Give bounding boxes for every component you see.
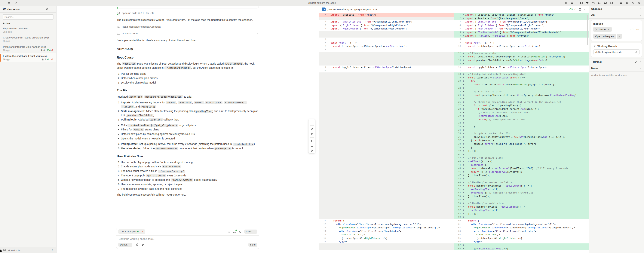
line-number: 8 xyxy=(319,48,327,52)
tool-call-terminal-tool[interactable]: npm run build 2>&1 | tail -80 xyxy=(117,11,259,15)
archive-icon[interactable] xyxy=(8,1,10,4)
pull-request-dropdown-button[interactable] xyxy=(616,34,622,39)
zen-mode-icon[interactable] xyxy=(578,8,581,11)
line-number xyxy=(319,128,327,132)
sign-out-icon[interactable] xyxy=(14,1,17,4)
workspace-item[interactable]: Install and integrate Vibe Kanban Web7h … xyxy=(0,44,56,53)
chevron-down-icon xyxy=(253,230,256,233)
terminal-icon[interactable] xyxy=(598,2,601,4)
working-branch-input[interactable]: vk/3ccf-explore-the-code xyxy=(593,49,640,55)
diff-marker xyxy=(327,52,330,55)
menu-icon[interactable] xyxy=(620,2,622,4)
code-text: } xyxy=(465,146,588,150)
todos-status-button[interactable] xyxy=(233,230,236,233)
git-graph-icon[interactable] xyxy=(592,2,595,4)
layers-icon[interactable] xyxy=(46,8,48,10)
view-archive-button[interactable]: View Archive 0 xyxy=(0,247,56,253)
pen-button[interactable] xyxy=(142,243,144,246)
add-workspace-button[interactable] xyxy=(50,8,53,10)
inline-code: loadPlans xyxy=(148,118,163,121)
megaphone-icon[interactable] xyxy=(626,2,628,4)
code-text xyxy=(330,181,454,184)
line-number: 12 xyxy=(319,222,327,226)
line-number: 54 xyxy=(454,198,462,202)
sun-icon[interactable] xyxy=(228,230,230,233)
tool-icon-wrap xyxy=(117,25,120,28)
diff-scrollbar[interactable] xyxy=(587,15,588,45)
panel-left-icon[interactable] xyxy=(580,2,583,4)
line-number: 42 xyxy=(454,156,462,160)
diff-marker xyxy=(327,90,330,94)
line-number: 7 xyxy=(319,44,327,48)
diff-line-new: 17 xyxy=(454,69,588,73)
diff-line-old xyxy=(319,111,454,114)
gear-icon[interactable] xyxy=(638,2,640,4)
diff-line-new: 16 const toggleSidebar = () => setSideba… xyxy=(454,66,588,69)
pause-icon[interactable] xyxy=(564,2,568,4)
copy-icon[interactable] xyxy=(310,132,313,135)
help-icon[interactable] xyxy=(632,2,634,4)
open-pull-request-button[interactable]: Open pull request xyxy=(593,34,616,39)
line-number: 58 xyxy=(454,212,462,216)
diff-line-new: 19+ const loadPlans = useCallback(async … xyxy=(454,76,588,80)
workspace-list: Explore the codebase35m agoCreate Good F… xyxy=(0,26,56,247)
panel-right-icon[interactable] xyxy=(610,2,613,4)
tool-call-read[interactable]: Read medusa/src/pages/Agent.tsx xyxy=(117,25,259,29)
more-options-button[interactable]: ⋯ xyxy=(636,28,640,31)
lines-added: +61 xyxy=(47,58,50,61)
workspace-item[interactable]: Explore the codebase35m ago xyxy=(0,26,56,35)
git-section-header[interactable]: Git xyxy=(589,12,644,18)
collapse-diff-chevron[interactable] xyxy=(583,8,586,11)
monitor-icon[interactable] xyxy=(604,2,607,4)
send-button[interactable]: Send xyxy=(248,243,257,247)
line-number: 35 xyxy=(454,132,462,135)
terminal-section-header[interactable]: Terminal xyxy=(589,58,644,65)
workspace-item[interactable]: Create Good First Issues on Github So p6… xyxy=(0,35,56,44)
code-text: if (!previousPlanIdsRef.current.has(plan… xyxy=(465,107,588,111)
workspaces-header: Workspaces xyxy=(0,6,56,12)
diff-added-count: +59 xyxy=(569,8,573,11)
branch-selector[interactable]: master xyxy=(593,27,612,32)
code-text: return ( xyxy=(330,219,454,222)
search-input[interactable] xyxy=(3,14,54,20)
expand-icon[interactable] xyxy=(635,60,637,63)
diff-marker: + xyxy=(462,153,465,156)
attach-button[interactable] xyxy=(135,243,138,246)
file-icon xyxy=(42,58,44,60)
changes-section-header[interactable]: Changes xyxy=(589,6,644,12)
inline-code: invoke<PlanItem[]>('get_all_plans') xyxy=(128,124,178,127)
code-text: import { AgentHeader } from "@/component… xyxy=(330,27,454,30)
pencil-icon[interactable] xyxy=(635,51,638,54)
commits-ahead-badge[interactable]: 1 xyxy=(630,28,634,31)
play-icon[interactable] xyxy=(310,140,313,142)
diff-marker xyxy=(327,34,330,38)
diff-line-new: 63 <div className="flex flex-1 overflow-… xyxy=(454,230,588,233)
collapse-up-icon[interactable] xyxy=(570,2,574,4)
message-input[interactable]: Continue working on this task... xyxy=(116,236,259,242)
code-text: const [pendingPlan, setPendingPlan] = us… xyxy=(465,55,588,58)
diff-line-old: 12 <div className="flex flex-col h-scree… xyxy=(319,222,454,226)
monitor-icon[interactable] xyxy=(310,144,313,147)
zen-mode-icon[interactable] xyxy=(310,128,313,130)
notes-input[interactable]: Add notes about this workspace... xyxy=(589,72,644,253)
diff-marker: + xyxy=(462,125,465,128)
diff-line-new: 39+ } xyxy=(454,146,588,150)
diff-line-old xyxy=(319,72,454,76)
toolbar-divider xyxy=(310,125,314,126)
diff-marker xyxy=(327,149,330,153)
version-selector[interactable]: Latest xyxy=(244,230,257,234)
diff-line-old: 5 xyxy=(319,38,454,41)
line-number xyxy=(319,247,327,250)
chat-bubble-icon[interactable] xyxy=(586,2,589,4)
composer: 2 files changed +61 -3 Latest xyxy=(116,228,259,249)
expand-chevron-icon[interactable] xyxy=(256,32,259,36)
line-number xyxy=(319,160,327,163)
git-branch-icon[interactable] xyxy=(310,150,313,152)
workspace-item[interactable]: Explore the codebase I want you to exp7h… xyxy=(0,53,56,62)
code-text: const Agent = () => { xyxy=(330,41,454,45)
code-text: previousPlanIdsRef.current = new Set(pen… xyxy=(465,135,588,139)
mode-selector[interactable]: Default xyxy=(118,243,132,247)
tool-call-todos[interactable]: Updated Todos xyxy=(117,32,259,36)
files-changed-badge[interactable]: 2 files changed +61 -3 xyxy=(118,229,145,234)
notes-section-header[interactable]: Notes xyxy=(589,65,644,72)
